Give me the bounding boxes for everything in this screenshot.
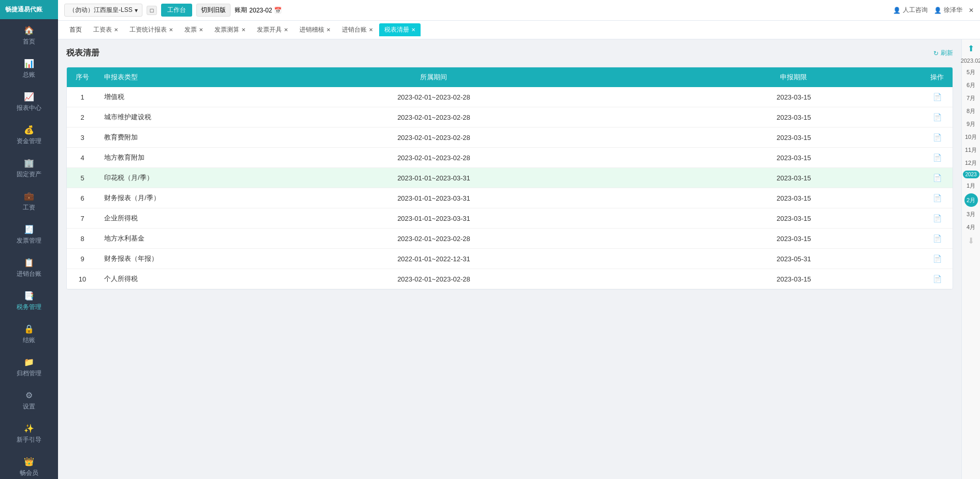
cell-action[interactable]: 📄 — [921, 249, 953, 269]
action-doc-icon[interactable]: 📄 — [933, 153, 942, 162]
cell-type: 地方水利基金 — [98, 229, 201, 249]
sidebar-item-归档管理[interactable]: 📁归档管理 — [0, 351, 58, 384]
cell-action[interactable]: 📄 — [921, 87, 953, 107]
period-display: 账期 2023-02 📅 — [235, 6, 282, 15]
panel-nav-down[interactable]: ⬇ — [965, 234, 976, 248]
month-item-9月[interactable]: 9月 — [963, 118, 979, 131]
tab-工资统计报表[interactable]: 工资统计报表✕ — [124, 23, 178, 36]
tab-发票测算[interactable]: 发票测算✕ — [209, 23, 251, 36]
action-doc-icon[interactable]: 📄 — [933, 234, 942, 243]
sidebar-item-设置[interactable]: ⚙设置 — [0, 384, 58, 417]
sidebar-item-报表中心[interactable]: 📈报表中心 — [0, 86, 58, 119]
company-selector[interactable]: （勿动）江西服皇-LSS ▾ — [64, 4, 142, 17]
table-row: 8地方水利基金2023-02-01~2023-02-282023-03-15📄 — [67, 229, 953, 249]
tab-发票开具[interactable]: 发票开具✕ — [252, 23, 293, 36]
sidebar-item-固定资产[interactable]: 🏢固定资产 — [0, 152, 58, 185]
tab-label: 进销台账 — [342, 25, 367, 34]
table-row: 6财务报表（月/季）2023-01-01~2023-03-312023-03-1… — [67, 188, 953, 208]
month-item-8月[interactable]: 8月 — [963, 105, 979, 118]
tab-close-icon[interactable]: ✕ — [199, 27, 203, 33]
tab-label: 首页 — [69, 25, 82, 34]
sidebar-icon-畅会员: 👑 — [24, 457, 34, 467]
cell-action[interactable]: 📄 — [921, 269, 953, 289]
month-item-5月[interactable]: 5月 — [963, 66, 979, 79]
tab-发票[interactable]: 发票✕ — [179, 23, 208, 36]
tab-工资表[interactable]: 工资表✕ — [88, 23, 123, 36]
action-doc-icon[interactable]: 📄 — [933, 194, 942, 202]
col-header-操作: 操作 — [921, 67, 953, 87]
tab-进销台账[interactable]: 进销台账✕ — [337, 23, 378, 36]
month-item-2023-2月[interactable]: 2月 — [964, 193, 978, 207]
month-item-10月[interactable]: 10月 — [963, 131, 979, 144]
month-item-12月[interactable]: 12月 — [963, 157, 979, 170]
action-doc-icon[interactable]: 📄 — [933, 255, 942, 263]
sidebar-item-工资[interactable]: 💼工资 — [0, 185, 58, 218]
tab-label: 税表清册 — [384, 25, 409, 34]
right-panel: ⬆ 2023.02 5月6月7月8月9月10月11月12月20231月2月3月4… — [961, 39, 980, 479]
sidebar-item-结账[interactable]: 🔒结账 — [0, 318, 58, 351]
sidebar-label-首页: 首页 — [23, 37, 35, 46]
tab-close-icon[interactable]: ✕ — [369, 27, 373, 33]
panel-nav-up[interactable]: ⬆ — [965, 41, 976, 55]
tab-close-icon[interactable]: ✕ — [411, 27, 415, 33]
action-doc-icon[interactable]: 📄 — [933, 275, 942, 283]
action-doc-icon[interactable]: 📄 — [933, 133, 942, 142]
close-icon[interactable]: ✕ — [969, 7, 974, 14]
cell-no: 6 — [67, 188, 98, 208]
tab-close-icon[interactable]: ✕ — [169, 27, 173, 33]
sidebar-item-进销台账[interactable]: 📋进销台账 — [0, 251, 58, 285]
cell-type: 增值税 — [98, 87, 201, 107]
action-doc-icon[interactable]: 📄 — [933, 214, 942, 222]
month-item-6月[interactable]: 6月 — [963, 79, 979, 92]
sidebar-icon-新手引导: ✨ — [24, 424, 34, 433]
sidebar-item-资金管理[interactable]: 💰资金管理 — [0, 119, 58, 152]
content-area: 税表清册 ↻ 刷新 序号申报表类型所属期间申报期限操作 1增值税2023-02-… — [58, 39, 980, 479]
workbench-button[interactable]: 工作台 — [161, 4, 192, 17]
action-doc-icon[interactable]: 📄 — [933, 93, 942, 101]
tab-close-icon[interactable]: ✕ — [326, 27, 330, 33]
cell-action[interactable]: 📄 — [921, 229, 953, 249]
user-menu[interactable]: 👤 徐泽华 — [934, 6, 962, 15]
tab-close-icon[interactable]: ✕ — [284, 27, 288, 33]
tab-close-icon[interactable]: ✕ — [241, 27, 246, 33]
month-item-2023-3月[interactable]: 3月 — [963, 208, 979, 221]
table-row: 2城市维护建设税2023-02-01~2023-02-282023-03-15📄 — [67, 107, 953, 128]
month-item-2023-4月[interactable]: 4月 — [963, 221, 979, 234]
month-item-7月[interactable]: 7月 — [963, 92, 979, 105]
copy-button[interactable]: □ — [147, 6, 157, 15]
cell-type: 个人所得税 — [98, 269, 201, 289]
month-item-2023-1月[interactable]: 1月 — [963, 179, 979, 192]
cell-action[interactable]: 📄 — [921, 168, 953, 188]
calendar-icon[interactable]: 📅 — [274, 7, 282, 14]
action-doc-icon[interactable]: 📄 — [933, 113, 942, 121]
sidebar-item-畅会员[interactable]: 👑畅会员 — [0, 450, 58, 479]
ai-consult-button[interactable]: 👤 人工咨询 — [893, 6, 928, 15]
refresh-label: 刷新 — [941, 49, 953, 58]
app-logo-text: 畅捷通易代账 — [5, 5, 42, 14]
tab-首页[interactable]: 首页 — [64, 23, 87, 36]
cell-action[interactable]: 📄 — [921, 128, 953, 148]
ai-icon: 👤 — [893, 7, 901, 14]
cell-action[interactable]: 📄 — [921, 107, 953, 128]
sidebar-item-首页[interactable]: 🏠首页 — [0, 19, 58, 52]
content-main: 税表清册 ↻ 刷新 序号申报表类型所属期间申报期限操作 1增值税2023-02-… — [58, 39, 961, 479]
sidebar-item-发票管理[interactable]: 🧾发票管理 — [0, 218, 58, 251]
refresh-button[interactable]: ↻ 刷新 — [933, 49, 953, 58]
cell-no: 7 — [67, 208, 98, 229]
cell-action[interactable]: 📄 — [921, 188, 953, 208]
cell-type: 财务报表（年报） — [98, 249, 201, 269]
sidebar-item-总账[interactable]: 📊总账 — [0, 52, 58, 86]
sidebar-item-新手引导[interactable]: ✨新手引导 — [0, 417, 58, 450]
tab-税表清册[interactable]: 税表清册✕ — [379, 23, 421, 36]
sidebar-icon-报表中心: 📈 — [24, 92, 34, 102]
tab-进销稽核[interactable]: 进销稽核✕ — [294, 23, 336, 36]
chevron-down-icon: ▾ — [135, 7, 138, 14]
sidebar-item-税务管理[interactable]: 📑税务管理 — [0, 285, 58, 318]
cell-action[interactable]: 📄 — [921, 208, 953, 229]
action-doc-icon[interactable]: 📄 — [933, 174, 942, 182]
month-item-11月[interactable]: 11月 — [963, 144, 979, 157]
switch-old-button[interactable]: 切到旧版 — [196, 4, 230, 17]
tab-close-icon[interactable]: ✕ — [114, 27, 118, 33]
table-row: 3教育费附加2023-02-01~2023-02-282023-03-15📄 — [67, 128, 953, 148]
cell-action[interactable]: 📄 — [921, 148, 953, 168]
